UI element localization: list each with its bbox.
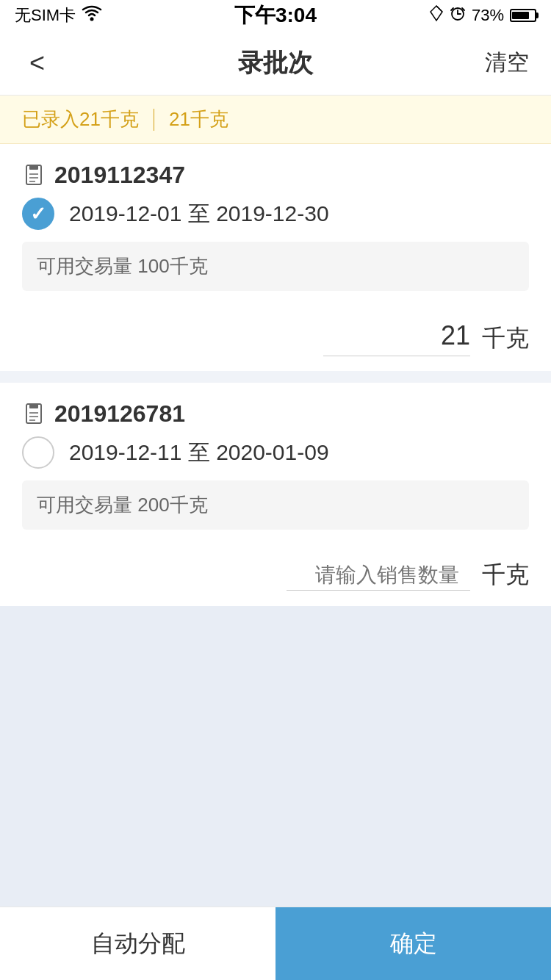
unit-label-2: 千克 [482,559,529,591]
item-card-1: 2019112347 2019-12-01 至 2019-12-30 可用交易量… [0,144,551,371]
total-label: 21千克 [169,107,228,132]
page-title: 录批次 [238,46,313,80]
info-banner: 已录入21千克 21千克 [0,96,551,144]
back-button[interactable]: < [22,40,52,86]
item-id-row-1: 2019112347 [22,162,529,189]
recorded-label: 已录入21千克 [22,107,139,132]
battery-percent: 73% [472,6,504,25]
location-icon [429,4,444,26]
status-bar: 无SIM卡 下午3:04 [0,0,551,31]
svg-point-0 [90,18,94,21]
confirm-button[interactable]: 确定 [276,907,551,980]
item-id-2: 2019126781 [54,400,185,428]
doc-icon-1 [22,162,48,189]
quantity-input-wrapper-2 [22,561,470,591]
svg-rect-7 [29,165,38,170]
clear-button[interactable]: 清空 [485,48,529,78]
sim-text: 无SIM卡 [15,4,76,26]
item-date-row-1[interactable]: 2019-12-01 至 2019-12-30 [22,198,529,230]
doc-icon-2 [22,401,48,428]
item-card-2: 2019126781 2019-12-11 至 2020-01-09 可用交易量… [0,383,551,606]
status-time: 下午3:04 [234,1,317,29]
quantity-row-1: 21 千克 [0,306,551,371]
status-left: 无SIM卡 [15,4,102,26]
wifi-icon [82,5,102,26]
status-right: 73% [429,4,536,26]
availability-2: 可用交易量 200千克 [22,480,529,530]
auto-distribute-button[interactable]: 自动分配 [0,907,276,980]
item-date-1: 2019-12-01 至 2019-12-30 [69,199,329,229]
item-date-2: 2019-12-11 至 2020-01-09 [69,438,329,468]
radio-2[interactable] [22,436,54,469]
item-id-1: 2019112347 [54,162,185,189]
item-date-row-2[interactable]: 2019-12-11 至 2020-01-09 [22,436,529,469]
quantity-value-1: 21 [441,320,470,350]
section-divider [0,371,551,383]
quantity-input-2[interactable] [287,561,470,591]
item-id-row-2: 2019126781 [22,400,529,428]
bottom-bar: 自动分配 确定 [0,907,551,980]
input-row-2: 千克 [0,544,551,606]
quantity-unit-1: 千克 [482,323,529,355]
radio-1[interactable] [22,198,54,230]
alarm-icon [450,5,466,26]
empty-area [0,606,551,959]
nav-bar: < 录批次 清空 [0,31,551,96]
svg-rect-12 [29,404,38,408]
battery-icon [510,9,536,22]
info-divider [154,109,154,131]
availability-1: 可用交易量 100千克 [22,242,529,291]
